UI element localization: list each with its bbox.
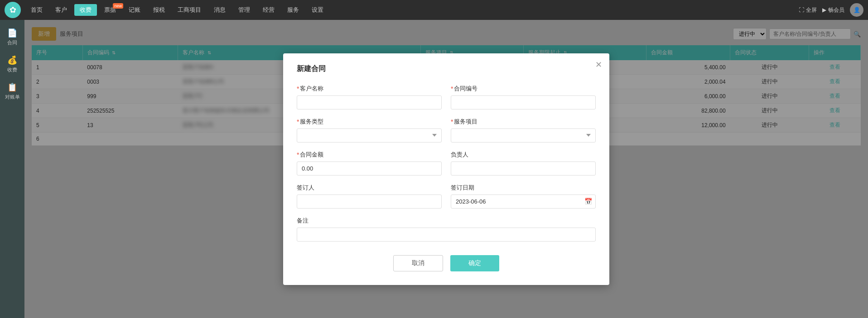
confirm-button[interactable]: 确定 [450,255,499,271]
form-group-signer: 签订人 [297,184,442,209]
contract-icon: 📄 [7,28,17,38]
nav-right-area: ⛶ 全屏 ▶ 畅会员 👤 [799,3,863,17]
form-group-amount: * 合同金额 [297,151,442,176]
nav-message[interactable]: 消息 [208,4,231,16]
form-group-customer-name: * 客户名称 [297,85,442,109]
amount-input[interactable] [297,161,442,176]
form-row-1: * 客户名称 * 合同编号 [297,85,596,109]
main-layout: 📄 合同 💰 收费 📋 对账单 新增 服务项目 进行中 已完成 已取消 � [0,20,868,318]
form-row-4: 签订人 签订日期 📅 [297,184,596,209]
form-row-2: * 服务类型 * 服务项目 [297,118,596,142]
new-contract-modal: ✕ 新建合同 * 客户名称 * 合同编号 [283,53,609,285]
sidebar-item-contract[interactable]: 📄 合同 [1,24,23,50]
responsible-label: 负责人 [451,151,596,159]
new-badge: new [113,3,123,9]
nav-tax[interactable]: 报税 [148,4,170,16]
nav-invoice[interactable]: 票据 new [99,4,121,16]
left-sidebar: 📄 合同 💰 收费 📋 对账单 [0,20,24,318]
form-group-responsible: 负责人 [451,151,596,176]
nav-manage[interactable]: 管理 [233,4,256,16]
nav-menu: 首页 客户 收费 票据 new 记账 报税 工商项目 消息 管理 经营 服务 设… [25,4,799,16]
reconcile-icon: 📋 [7,82,17,92]
sidebar-fee-label: 收费 [7,66,17,73]
modal-close-button[interactable]: ✕ [595,60,602,70]
notes-label: 备注 [297,217,596,225]
signer-label: 签订人 [297,184,442,192]
modal-footer: 取消 确定 [297,255,596,271]
form-group-notes: 备注 [297,217,596,242]
form-row-5: 备注 [297,217,596,242]
notes-input[interactable] [297,228,596,242]
nav-client[interactable]: 客户 [50,4,72,16]
contract-no-input[interactable] [451,95,596,109]
calendar-icon[interactable]: 📅 [584,198,592,205]
sign-date-label: 签订日期 [451,184,596,192]
customer-name-input[interactable] [297,95,442,109]
sign-date-wrapper: 📅 [451,195,596,209]
sidebar-item-fee[interactable]: 💰 收费 [1,52,23,77]
responsible-input[interactable] [451,161,596,176]
nav-home[interactable]: 首页 [25,4,48,16]
service-type-select[interactable] [297,128,442,142]
member-icon: ▶ [822,7,826,13]
nav-settings[interactable]: 设置 [306,4,329,16]
nav-operation[interactable]: 经营 [257,4,280,16]
customer-name-label: * 客户名称 [297,85,442,93]
sign-date-input[interactable] [451,195,596,209]
amount-label: * 合同金额 [297,151,442,159]
nav-biz[interactable]: 工商项目 [172,4,207,16]
service-type-label: * 服务类型 [297,118,442,126]
sidebar-contract-label: 合同 [7,39,17,46]
nav-bookkeeping[interactable]: 记账 [123,4,146,16]
cancel-button[interactable]: 取消 [393,255,443,271]
nav-service[interactable]: 服务 [282,4,304,16]
modal-overlay: ✕ 新建合同 * 客户名称 * 合同编号 [24,20,868,318]
content-area: 新增 服务项目 进行中 已完成 已取消 🔍 序号 合同编码 ⇅ 客户名称 ⇅ 服… [24,20,868,318]
fullscreen-icon: ⛶ [799,7,804,13]
modal-title: 新建合同 [297,64,596,74]
avatar-icon: 👤 [854,7,860,13]
sidebar-reconcile-label: 对账单 [5,94,20,100]
form-group-service-item: * 服务项目 [451,118,596,142]
nav-fee[interactable]: 收费 [74,4,97,16]
signer-input[interactable] [297,195,442,209]
form-group-contract-no: * 合同编号 [451,85,596,109]
form-group-service-type: * 服务类型 [297,118,442,142]
app-logo: ✿ [5,2,21,18]
service-item-select[interactable] [451,128,596,142]
form-group-sign-date: 签订日期 📅 [451,184,596,209]
form-row-3: * 合同金额 负责人 [297,151,596,176]
fullscreen-button[interactable]: ⛶ 全屏 [799,6,817,14]
avatar[interactable]: 👤 [850,3,863,17]
service-item-label: * 服务项目 [451,118,596,126]
fee-icon: 💰 [7,55,17,65]
contract-no-label: * 合同编号 [451,85,596,93]
sidebar-item-reconcile[interactable]: 📋 对账单 [1,79,23,104]
top-navigation: ✿ 首页 客户 收费 票据 new 记账 报税 工商项目 消息 管理 经营 服务… [0,0,868,20]
member-button[interactable]: ▶ 畅会员 [822,6,844,14]
